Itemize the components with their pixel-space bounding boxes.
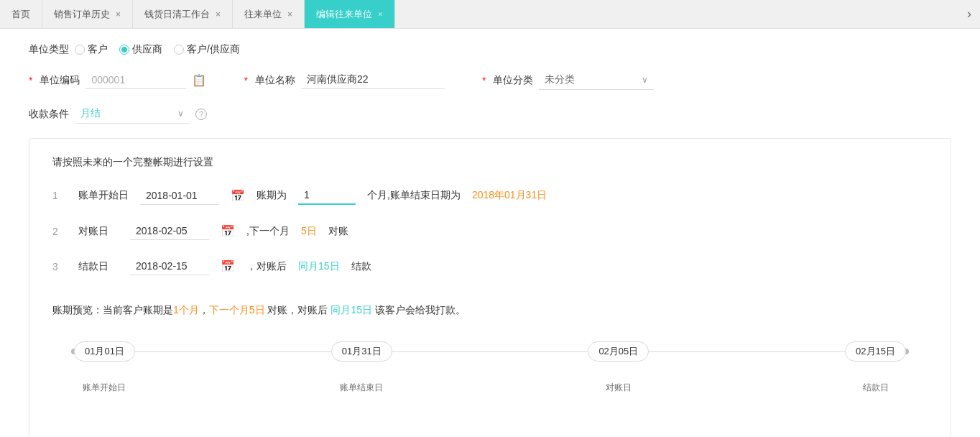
reconcile-suffix-1: ,下一个月 [246,225,290,238]
unit-type-row: 单位类型 客户 供应商 客户/供应商 [29,43,951,56]
row-num-1: 1 [52,190,67,201]
start-date-input[interactable] [140,187,219,205]
timeline-point-4: 02月15日 结款日 [845,341,906,394]
unit-name-group: * 单位名称 [244,71,444,89]
unit-code-label: 单位编码 [40,74,80,87]
radio-both[interactable]: 客户/供应商 [174,43,240,56]
row-label-3: 结款日 [78,260,119,273]
unit-code-required: * [29,75,32,86]
row-num-3: 3 [52,261,67,272]
unit-category-value: 未分类 [545,73,639,86]
reconcile-date-input[interactable] [130,222,209,240]
row-num-2: 2 [52,226,67,237]
preview-mid1: ， [199,304,209,316]
payment-date-calendar-icon[interactable]: 📅 [221,259,235,273]
setting-row-2: 2 对账日 📅 ,下一个月5日 对账 [52,222,928,240]
end-date-value: 2018年01月31日 [472,189,547,202]
unit-name-label: 单位名称 [255,74,295,87]
radio-customer[interactable]: 客户 [75,43,108,56]
period-input[interactable] [298,186,356,205]
unit-category-required: * [482,75,486,86]
radio-both-circle [174,45,184,55]
timeline-bubble-2: 01月31日 [331,341,392,362]
unit-details-row: * 单位编码 📋 * 单位名称 * 单位分类 未分类 ∨ [29,70,951,90]
preview-after: 该客户会给我打款。 [372,304,466,316]
unit-category-group: * 单位分类 未分类 ∨ [482,70,654,90]
main-content: 单位类型 客户 供应商 客户/供应商 * 单位编码 [0,29,980,437]
row-label-1: 账单开始日 [78,189,129,202]
preview-mid2: 对账，对账后 [265,304,331,316]
tab-edit-partner-close[interactable]: × [378,9,383,19]
payment-suffix-2: 结款 [351,260,371,273]
radio-supplier[interactable]: 供应商 [119,43,162,56]
row-label-2: 对账日 [78,225,119,238]
payment-terms-label: 收款条件 [29,108,69,121]
tab-bar: 首页 销售订单历史 × 钱货日清工作台 × 往来单位 × 编辑往来单位 × › [0,0,980,29]
timeline-point-3: 02月05日 对账日 [588,341,649,394]
setting-row-1: 1 账单开始日 📅 账期为 个月,账单结束日期为 2018年01月31日 [52,186,928,205]
reconcile-suffix-2: 对账 [328,225,348,238]
reconcile-date-calendar-icon[interactable]: 📅 [221,224,235,238]
timeline-label-2: 账单结束日 [340,382,383,394]
tab-cash-work-close[interactable]: × [216,9,221,19]
timeline-label-3: 对账日 [606,382,632,394]
preview-label: 账期预览：当前客户账期是 [52,304,173,316]
unit-category-chevron-icon: ∨ [642,75,648,85]
unit-name-required: * [244,75,247,86]
timeline-label-1: 账单开始日 [83,382,126,394]
tab-more-button[interactable]: › [958,0,980,28]
tab-home[interactable]: 首页 [0,0,42,28]
payment-terms-chevron-icon: ∨ [177,109,184,119]
radio-customer-label: 客户 [88,43,108,56]
start-date-calendar-icon[interactable]: 📅 [231,189,245,203]
tab-cash-work[interactable]: 钱货日清工作台 × [133,0,233,28]
tab-partners[interactable]: 往来单位 × [233,0,305,28]
tab-sales-history-close[interactable]: × [116,9,121,19]
payment-suffix-1: ，对账后 [246,260,287,273]
tab-sales-history[interactable]: 销售订单历史 × [42,0,133,28]
unit-category-label: 单位分类 [493,74,533,87]
timeline-container: 01月01日 账单开始日 01月31日 账单结束日 02月05日 对账日 02月… [52,334,928,430]
payment-terms-row: 收款条件 月结 ∨ ? [29,104,951,124]
help-icon[interactable]: ? [195,109,207,120]
timeline-point-1: 01月01日 账单开始日 [74,341,135,394]
timeline-label-4: 结款日 [863,382,889,394]
unit-type-label: 单位类型 [29,43,69,56]
unit-type-group: 单位类型 客户 供应商 客户/供应商 [29,43,240,56]
payment-day: 同月15日 [298,260,340,273]
preview-text: 账期预览：当前客户账期是1个月，下一个月5日 对账，对账后 同月15日 该客户会… [52,304,928,317]
tab-edit-partner[interactable]: 编辑往来单位 × [305,0,395,28]
payment-terms-value: 月结 [80,107,175,120]
payment-date-input[interactable] [130,257,209,275]
timeline-bubble-3: 02月05日 [588,341,649,362]
timeline-points: 01月01日 账单开始日 01月31日 账单结束日 02月05日 对账日 02月… [74,341,906,394]
unit-code-calendar-icon[interactable]: 📋 [192,73,206,87]
preview-period: 1个月 [173,304,199,316]
period-label: 账期为 [256,189,287,202]
preview-reconcile: 下一个月5日 [209,304,265,316]
settings-card: 请按照未来的一个完整帐期进行设置 1 账单开始日 📅 账期为 个月,账单结束日期… [29,138,951,437]
setting-row-3: 3 结款日 📅 ，对账后 同月15日 结款 [52,257,928,275]
radio-supplier-label: 供应商 [132,43,162,56]
unit-name-input[interactable] [301,71,445,89]
radio-group: 客户 供应商 客户/供应商 [75,43,240,56]
radio-both-label: 客户/供应商 [187,43,240,56]
unit-code-group: * 单位编码 📋 [29,71,206,89]
timeline-bubble-1: 01月01日 [74,341,135,362]
preview-payment: 同月15日 [330,304,372,316]
payment-terms-select[interactable]: 月结 ∨ [75,104,190,124]
unit-category-select[interactable]: 未分类 ∨ [539,70,654,90]
period-suffix: 个月,账单结束日期为 [367,189,461,202]
tab-partners-close[interactable]: × [287,9,292,19]
preview-section: 账期预览：当前客户账期是1个月，下一个月5日 对账，对账后 同月15日 该客户会… [52,293,928,437]
timeline-bubble-4: 02月15日 [845,341,906,362]
radio-customer-circle [75,45,85,55]
reconcile-day: 5日 [301,225,317,238]
payment-terms-group: 收款条件 月结 ∨ ? [29,104,207,124]
radio-supplier-circle [119,45,129,55]
card-title: 请按照未来的一个完整帐期进行设置 [52,156,928,169]
unit-code-input[interactable] [85,71,186,89]
timeline-point-2: 01月31日 账单结束日 [331,341,392,394]
